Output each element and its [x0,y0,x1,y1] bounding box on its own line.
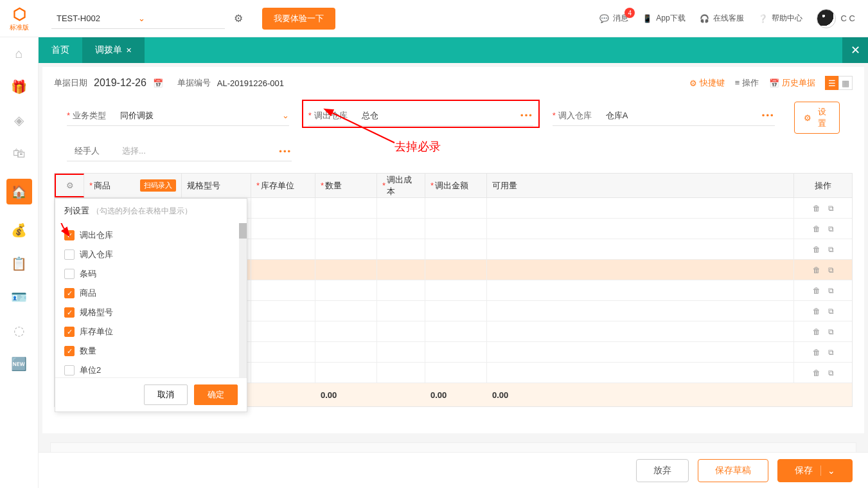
save-button[interactable]: 保存 ⌄ [777,459,853,482]
th-amount: *调出金额 [425,174,487,197]
scrollbar-track[interactable] [239,223,247,377]
scrollbar-thumb[interactable] [239,223,247,239]
scan-badge[interactable]: 扫码录入 [140,179,176,192]
online-service-button[interactable]: 🎧 在线客服 [700,13,744,24]
th-ops: 操作 [794,174,852,197]
col-item-in-warehouse[interactable]: 调入仓库 [64,245,238,264]
org-selector[interactable]: TEST-H002 ⌄ [51,8,225,29]
doc-head: 单据日期 2019-12-26 📅 单据编号 AL-20191226-001 ⚙… [54,76,853,90]
headset-icon: 🎧 [700,14,709,23]
nav-money-icon[interactable]: 💰 [11,222,27,238]
logo-icon: ⬡ [13,5,26,23]
col-item-unit[interactable]: ✓库存单位 [64,322,238,341]
copy-icon[interactable]: ⧉ [828,368,834,377]
operate-link[interactable]: ≡ 操作 [735,77,759,89]
footer-qty: 0.00 [315,383,377,406]
th-cost: *调出成本 [377,174,425,197]
discard-button[interactable]: 放弃 [636,459,689,482]
field-out-warehouse[interactable]: * 调出仓库 总仓 ••• [308,110,533,126]
nav-contact-icon[interactable]: 🪪 [11,289,27,305]
nav-clipboard-icon[interactable]: 📋 [11,256,27,271]
tab-home[interactable]: 首页 [39,37,82,63]
nav-bag-icon[interactable]: 🛍 [13,146,26,161]
annotation-text: 去掉必录 [394,139,441,154]
more-icon[interactable]: ••• [762,111,775,120]
help-center-button[interactable]: ❔ 帮助中心 [758,13,802,24]
footer-amount: 0.00 [425,383,487,406]
gear-icon[interactable]: ⚙ [234,12,243,24]
shortcut-link[interactable]: ⚙快捷键 [689,77,725,89]
popover-list[interactable]: ✓调出仓库 调入仓库 条码 ✓商品 ✓规格型号 ✓库存单位 ✓数量 单位2 [55,223,247,377]
copy-icon[interactable]: ⧉ [828,266,834,275]
settings-button[interactable]: ⚙ 设置 [794,102,840,134]
view-toggles: ☰ ▦ [826,76,853,90]
data-table: ⚙ *商品扫码录入 规格型号 *库存单位 *数量 *调出成本 *调出金额 可用量… [54,173,853,407]
left-rail: ⌂ 🎁 ◈ 🛍 🏠 💰 📋 🪪 ◌ 🆕 [0,37,39,488]
logo: ⬡ 标准版 [0,5,39,32]
view-list-icon[interactable]: ☰ [825,76,839,90]
chevron-down-icon: ⌄ [138,14,220,23]
nav-gift-icon[interactable]: 🎁 [11,79,27,95]
th-avail: 可用量 [487,174,794,197]
user-name: C C [841,14,855,23]
col-item-product[interactable]: ✓商品 [64,284,238,303]
more-icon[interactable]: ••• [520,111,533,120]
copy-icon[interactable]: ⧉ [828,224,834,233]
app-download-button[interactable]: 📱 App下载 [642,13,685,24]
popover-confirm-button[interactable]: 确定 [194,384,238,405]
close-icon[interactable]: ✕ [126,46,132,55]
nav-home-icon[interactable]: ⌂ [15,46,22,61]
nav-warehouse-icon[interactable]: 🏠 [6,179,32,204]
column-settings-button[interactable]: ⚙ [55,174,84,197]
close-all-tabs[interactable]: ✕ [842,37,868,63]
save-draft-button[interactable]: 保存草稿 [698,459,768,482]
tab-transfer-order[interactable]: 调拨单 ✕ [82,37,145,63]
form-row-2: 经手人 选择... ••• [54,145,853,161]
delete-icon[interactable]: 🗑 [813,245,820,254]
delete-icon[interactable]: 🗑 [813,327,820,336]
delete-icon[interactable]: 🗑 [813,368,820,377]
col-item-out-warehouse[interactable]: ✓调出仓库 [64,226,238,245]
delete-icon[interactable]: 🗑 [813,348,820,357]
message-badge: 4 [624,8,635,18]
gear-icon: ⚙ [689,78,697,88]
th-spec: 规格型号 [182,174,251,197]
th-product: *商品扫码录入 [84,174,182,197]
col-item-spec[interactable]: ✓规格型号 [64,303,238,322]
delete-icon[interactable]: 🗑 [813,266,820,275]
table-header: ⚙ *商品扫码录入 规格型号 *库存单位 *数量 *调出成本 *调出金额 可用量… [55,174,852,198]
date-value[interactable]: 2019-12-26 [94,77,146,89]
trial-button[interactable]: 我要体验一下 [262,8,335,30]
copy-icon[interactable]: ⧉ [828,348,834,357]
footer-bar: 放弃 保存草稿 保存 ⌄ [39,452,868,488]
delete-icon[interactable]: 🗑 [813,307,820,316]
copy-icon[interactable]: ⧉ [828,286,834,295]
more-icon[interactable]: ••• [279,147,292,156]
field-in-warehouse[interactable]: * 调入仓库 仓库A ••• [553,110,775,126]
form-row-1: * 业务类型 同价调拨 ⌄ * 调出仓库 总仓 ••• * [54,102,853,134]
copy-icon[interactable]: ⧉ [828,204,834,213]
col-item-unit2[interactable]: 单位2 [64,361,238,377]
copy-icon[interactable]: ⧉ [828,307,834,316]
copy-icon[interactable]: ⧉ [828,327,834,336]
field-handler[interactable]: 经手人 选择... ••• [67,145,292,161]
popover-cancel-button[interactable]: 取消 [144,384,188,405]
view-grid-icon[interactable]: ▦ [838,76,853,90]
nav-circle-icon[interactable]: ◌ [13,323,24,338]
delete-icon[interactable]: 🗑 [813,286,820,295]
chevron-down-icon: ⌄ [282,111,289,120]
col-item-barcode[interactable]: 条码 [64,264,238,284]
delete-icon[interactable]: 🗑 [813,224,820,233]
history-link[interactable]: 📅历史单据 [769,77,815,89]
nav-diamond-icon[interactable]: ◈ [14,113,24,128]
col-item-qty[interactable]: ✓数量 [64,341,238,361]
footer-avail: 0.00 [487,383,794,406]
nav-new-icon[interactable]: 🆕 [11,356,27,372]
avatar[interactable] [817,9,836,28]
copy-icon[interactable]: ⧉ [828,245,834,254]
messages-button[interactable]: 💬 消息 4 [599,13,628,24]
th-qty: *数量 [315,174,377,197]
delete-icon[interactable]: 🗑 [813,204,820,213]
calendar-icon[interactable]: 📅 [153,78,163,88]
field-biztype[interactable]: * 业务类型 同价调拨 ⌄ [67,110,289,126]
